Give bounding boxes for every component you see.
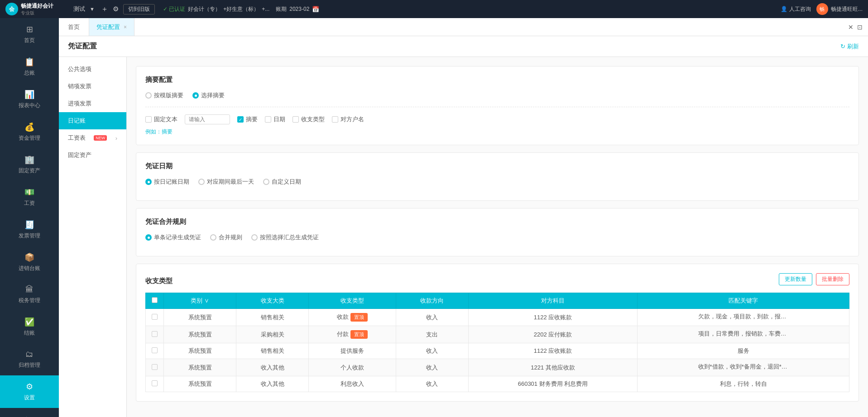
switch-old-button[interactable]: 切到旧版 [123, 4, 155, 14]
income-type-checkbox[interactable]: 收支类型 [293, 115, 325, 123]
reset-top-btn-2[interactable]: 置顶 [350, 330, 368, 339]
row4-checkbox[interactable] [146, 359, 164, 376]
date-checkbox[interactable]: 日期 [265, 115, 285, 123]
sidebar-item-ledger[interactable]: 📋 总账 [0, 51, 59, 83]
checkbox-icon[interactable] [152, 380, 158, 386]
col-big-category: 收支大类 [236, 293, 309, 309]
row2-account: 2202 应付账款 [468, 326, 637, 343]
row4-account: 1221 其他应收款 [468, 359, 637, 376]
add-icon[interactable]: ＋ [101, 5, 108, 14]
user-area[interactable]: 畅 畅捷通旺旺... [816, 3, 863, 15]
period-value: 2023-02 [289, 6, 309, 12]
left-nav-sales-invoice[interactable]: 销项发票 [59, 78, 126, 95]
sidebar-item-reports[interactable]: 📊 报表中心 [0, 83, 59, 116]
date-box [265, 116, 271, 123]
radio-single-record[interactable]: 单条记录生成凭证 [145, 233, 201, 242]
sidebar-item-fixed-assets[interactable]: 🏢 固定资产 [0, 148, 59, 181]
sidebar-item-settings[interactable]: ⚙ 设置 [0, 375, 59, 408]
sidebar-item-guide[interactable]: ▷ 新手引导 [0, 408, 59, 417]
checkbox-icon[interactable] [152, 347, 158, 353]
radio-summary-generate-circle [251, 234, 258, 241]
company-name: 测试 [73, 5, 85, 13]
sidebar-item-funds[interactable]: 💰 资金管理 [0, 116, 59, 148]
income-expense-table: 类别 ∨ 收支大类 收支类型 收款方向 对方科目 匹配关键字 [145, 293, 849, 392]
row1-type: 收款 置顶 [309, 309, 396, 326]
select-all-checkbox[interactable] [152, 297, 158, 303]
radio-custom-date[interactable]: 自定义日期 [263, 178, 301, 186]
row3-big-category: 销售相关 [236, 343, 309, 359]
fixed-text-input[interactable] [185, 114, 230, 124]
tab-close-icon[interactable]: × [124, 24, 127, 30]
payroll-icon: 💵 [24, 187, 34, 197]
left-nav-journal[interactable]: 日记账 [59, 112, 126, 129]
company-arrow-icon[interactable]: ▼ [90, 6, 95, 12]
invoices-icon: 🧾 [24, 220, 34, 230]
merge-rules-title: 凭证合并规则 [145, 218, 849, 226]
checkbox-icon[interactable] [152, 314, 158, 320]
counterparty-checkbox[interactable]: 对方户名 [332, 115, 364, 123]
maximize-window-icon[interactable]: ⊡ [857, 24, 863, 31]
table-row: 系统预置 采购相关 付款 置顶 支出 2202 应付账款 项目，日常费用，报销款… [146, 326, 849, 343]
tab-home[interactable]: 首页 [59, 18, 89, 36]
username: 畅捷通旺旺... [831, 5, 863, 13]
sidebar-item-closing[interactable]: ✅ 结账 [0, 311, 59, 343]
sidebar: ⊞ 首页 📋 总账 📊 报表中心 💰 资金管理 🏢 固定资产 💵 工资 🧾 发票… [0, 18, 59, 417]
sidebar-item-payroll[interactable]: 💵 工资 [0, 181, 59, 213]
checkbox-icon[interactable] [152, 364, 158, 370]
checkbox-icon[interactable] [152, 331, 158, 337]
left-nav-payroll[interactable]: 工资表 NEW › [59, 129, 126, 147]
summary-checkbox[interactable]: ✓ 摘要 [237, 115, 258, 123]
row5-big-category: 收入其他 [236, 376, 309, 392]
sidebar-item-purchase-sales[interactable]: 📦 进销台账 [0, 246, 59, 279]
radio-journal-date[interactable]: 按日记账日期 [145, 178, 189, 186]
radio-template-summary[interactable]: 按模版摘要 [145, 91, 183, 100]
table-row: 系统预置 销售相关 提供服务 收入 1122 应收账款 服务 [146, 343, 849, 359]
col-category[interactable]: 类别 ∨ [164, 293, 236, 309]
radio-period-last[interactable]: 对应期间最后一天 [198, 178, 254, 186]
row5-account: 660301 财务费用 利息费用 [468, 376, 637, 392]
sidebar-item-invoices[interactable]: 🧾 发票管理 [0, 213, 59, 246]
logo-icon: 会 [5, 3, 18, 15]
radio-summary-generate[interactable]: 按照选择汇总生成凭证 [251, 233, 319, 242]
fixed-assets-icon: 🏢 [24, 155, 34, 165]
batch-delete-button[interactable]: 批量删除 [816, 273, 849, 285]
radio-template-circle [145, 92, 152, 99]
funds-icon: 💰 [24, 122, 34, 132]
voucher-date-radio-group: 按日记账日期 对应期间最后一天 自定义日期 [145, 178, 849, 186]
sidebar-item-archive[interactable]: 🗂 归档管理 [0, 343, 59, 375]
radio-merge-rule[interactable]: 合并规则 [210, 233, 242, 242]
row2-checkbox[interactable] [146, 326, 164, 343]
fixed-text-checkbox[interactable]: 固定文本 [145, 115, 177, 123]
calendar-icon[interactable]: 📅 [312, 6, 319, 13]
tab-voucher-config[interactable]: 凭证配置 × [89, 18, 134, 36]
settings-icon[interactable]: ⚙ [113, 5, 119, 13]
logo: 会 畅捷通好会计 专业版 [5, 2, 64, 16]
service-button[interactable]: 👤 人工咨询 [781, 5, 811, 13]
table-header-checkbox[interactable] [146, 293, 164, 309]
row1-big-category: 销售相关 [236, 309, 309, 326]
row1-keywords: 欠款，现金，项目款，到款，报销款，汇入，... [638, 309, 849, 326]
goodacc-tag: 好会计（专） [188, 5, 221, 13]
row3-checkbox[interactable] [146, 343, 164, 359]
left-nav-fixed-assets[interactable]: 固定资产 [59, 147, 126, 164]
closing-icon: ✅ [24, 317, 34, 327]
expand-icon: › [115, 135, 117, 142]
topbar-tags: ✓ 已认证 好会计（专） +好生意（标） +... 账期 2023-02 📅 [163, 5, 319, 13]
row5-checkbox[interactable] [146, 376, 164, 392]
radio-select-summary[interactable]: 选择摘要 [192, 91, 225, 100]
row1-checkbox[interactable] [146, 309, 164, 326]
page-title: 凭证配置 [68, 42, 97, 51]
row5-keywords: 利息，行转，转自 [638, 376, 849, 392]
refresh-button[interactable]: ↻ 刷新 [840, 43, 859, 51]
fixed-text-box [145, 116, 152, 123]
reset-top-btn-1[interactable]: 置顶 [350, 313, 368, 322]
sidebar-item-home[interactable]: ⊞ 首页 [0, 18, 59, 51]
update-button[interactable]: 更新数量 [779, 273, 812, 285]
new-badge: NEW [94, 135, 107, 141]
left-nav-purchase-invoice[interactable]: 进项发票 [59, 95, 126, 112]
table-row: 系统预置 收入其他 利息收入 收入 660301 财务费用 利息费用 利息，行转… [146, 376, 849, 392]
sidebar-item-tax[interactable]: 🏛 税务管理 [0, 279, 59, 311]
left-nav-public[interactable]: 公共选项 [59, 61, 126, 78]
close-window-icon[interactable]: ✕ [848, 24, 854, 31]
radio-single-record-circle [145, 234, 152, 241]
